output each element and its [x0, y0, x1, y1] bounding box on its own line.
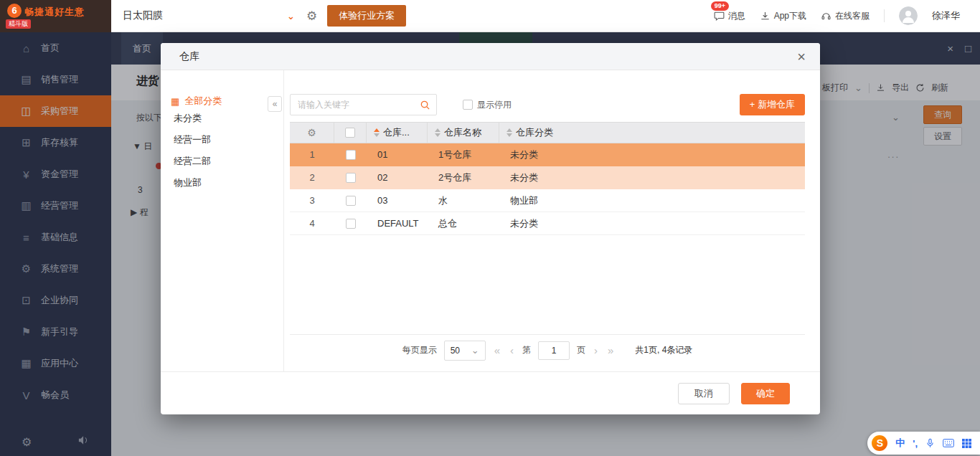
page-prefix: 第: [522, 344, 531, 356]
warehouse-table: ⚙ 仓库... 仓库名称 仓库分类 1: [290, 122, 805, 235]
topbar-right: 99+ 消息 App下载 在线客服 徐泽华: [714, 6, 980, 25]
download-icon: [760, 11, 771, 22]
checkbox-icon: [463, 100, 473, 110]
column-header-code[interactable]: 仓库...: [367, 123, 428, 143]
row-checkbox[interactable]: [346, 173, 356, 183]
company-name: 日太阳膜: [123, 9, 163, 22]
pagination-summary: 共1页, 4条记录: [635, 344, 692, 356]
gear-icon[interactable]: ⚙: [306, 9, 317, 24]
divider: [884, 9, 885, 22]
warehouse-table-panel: 显示停用 + 新增仓库 ⚙ 仓库... 仓库名称: [284, 70, 820, 371]
category-grid-icon: ▦: [171, 96, 179, 107]
category-all[interactable]: ▦ 全部分类: [161, 70, 283, 108]
first-page-icon[interactable]: «: [493, 344, 501, 356]
last-page-icon[interactable]: »: [606, 344, 615, 356]
column-header-category[interactable]: 仓库分类: [499, 123, 805, 143]
mic-icon[interactable]: [925, 438, 935, 448]
sort-icon: [507, 128, 512, 137]
search-input[interactable]: [291, 95, 413, 115]
show-disabled-label: 显示停用: [477, 99, 512, 111]
row-checkbox[interactable]: [346, 150, 356, 160]
tree-item-property[interactable]: 物业部: [161, 172, 283, 194]
messages-button[interactable]: 99+ 消息: [714, 10, 745, 22]
warehouse-modal: 仓库 × ▦ 全部分类 « 未分类 经营一部 经营二部 物业部: [161, 43, 820, 414]
message-bubble-icon: [714, 11, 725, 22]
tree-item-dept-one[interactable]: 经营一部: [161, 129, 283, 151]
prev-page-icon[interactable]: ‹: [509, 344, 515, 356]
logo-edition-badge: 精斗版: [6, 19, 31, 29]
close-icon[interactable]: ×: [797, 49, 806, 64]
sort-icon: [435, 128, 440, 137]
column-header-name[interactable]: 仓库名称: [428, 123, 499, 143]
keyboard-icon[interactable]: [943, 439, 954, 447]
table-header-row: ⚙ 仓库... 仓库名称 仓库分类: [290, 122, 805, 143]
logo-icon: 6: [7, 4, 22, 18]
modal-header: 仓库 ×: [161, 43, 820, 70]
ime-punctuation-toggle[interactable]: ',: [913, 438, 918, 449]
table-row[interactable]: 1 01 1号仓库 未分类: [290, 143, 805, 166]
online-service-label: 在线客服: [835, 10, 870, 22]
column-settings-gear-icon[interactable]: ⚙: [307, 127, 316, 138]
ime-menu-grid-icon[interactable]: [962, 439, 971, 448]
modal-body: ▦ 全部分类 « 未分类 经营一部 经营二部 物业部 显示停用: [161, 70, 820, 371]
trial-solution-button[interactable]: 体验行业方案: [327, 5, 406, 27]
search-box: [290, 94, 437, 115]
topbar: 6 畅捷通好生意 精斗版 日太阳膜 ⌄ ⚙ 体验行业方案 99+ 消息 App下…: [0, 0, 980, 32]
chevron-down-icon: ⌄: [471, 346, 479, 355]
table-row[interactable]: 3 03 水 物业部: [290, 189, 805, 212]
modal-title: 仓库: [179, 50, 199, 63]
show-disabled-checkbox[interactable]: 显示停用: [463, 99, 512, 111]
next-page-icon[interactable]: ›: [593, 344, 599, 356]
cancel-button[interactable]: 取消: [678, 383, 730, 404]
table-row[interactable]: 2 02 2号仓库 未分类: [290, 166, 805, 189]
headset-icon: [821, 11, 831, 22]
add-warehouse-button[interactable]: + 新增仓库: [740, 94, 805, 115]
collapse-panel-button[interactable]: «: [268, 96, 282, 112]
tree-item-dept-two[interactable]: 经营二部: [161, 151, 283, 172]
row-checkbox[interactable]: [346, 196, 356, 206]
avatar[interactable]: [899, 6, 918, 25]
category-tree-panel: ▦ 全部分类 « 未分类 经营一部 经营二部 物业部: [161, 70, 284, 371]
modal-footer: 取消 确定: [161, 371, 820, 414]
user-avatar-icon: [899, 6, 918, 25]
sort-icon: [374, 128, 380, 137]
ime-lang-toggle[interactable]: 中: [895, 437, 905, 450]
company-select[interactable]: 日太阳膜 ⌄: [123, 9, 295, 22]
app-download-label: App下载: [774, 10, 806, 22]
table-controls: 显示停用 + 新增仓库: [290, 94, 805, 115]
page-suffix: 页: [577, 344, 585, 356]
chevron-down-icon: ⌄: [287, 11, 295, 21]
row-checkbox[interactable]: [346, 219, 356, 229]
select-all-checkbox[interactable]: [345, 128, 355, 138]
per-page-select[interactable]: 50 ⌄: [444, 341, 486, 361]
search-icon[interactable]: [420, 100, 430, 113]
username: 徐泽华: [932, 9, 960, 22]
confirm-button[interactable]: 确定: [741, 383, 790, 404]
sogou-logo[interactable]: S: [872, 435, 887, 451]
table-row[interactable]: 4 DEFAULT 总仓 未分类: [290, 212, 805, 235]
app-download-button[interactable]: App下载: [760, 10, 806, 22]
ime-toolbar: S 中 ',: [867, 432, 980, 455]
logo-text: 畅捷通好生意: [24, 6, 85, 19]
app-logo: 6 畅捷通好生意 精斗版: [0, 0, 111, 32]
category-all-label: 全部分类: [184, 95, 222, 108]
tree-item-unclassified[interactable]: 未分类: [161, 108, 283, 129]
page-input[interactable]: [538, 341, 570, 360]
pagination: 每页显示 50 ⌄ « ‹ 第 页 › » 共1页, 4条记录: [290, 334, 805, 366]
messages-label: 消息: [728, 10, 745, 22]
online-service-button[interactable]: 在线客服: [821, 10, 870, 22]
messages-badge: 99+: [711, 1, 729, 11]
per-page-label: 每页显示: [402, 344, 437, 356]
